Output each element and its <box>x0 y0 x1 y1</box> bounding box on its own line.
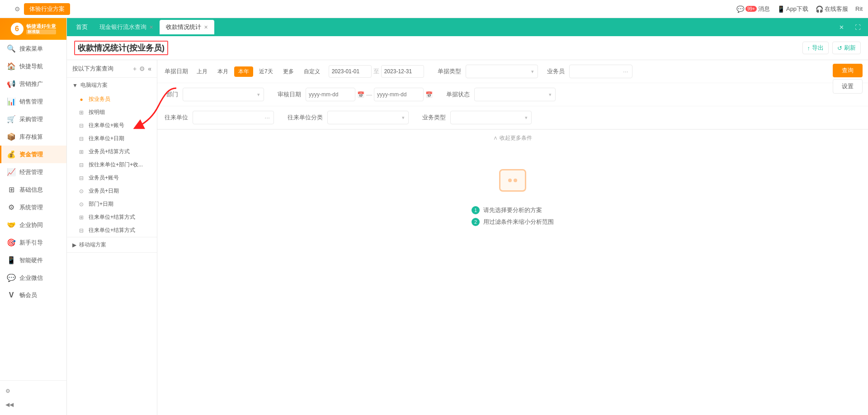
scheme-item-counterpart-dept-label: 按往来单位+部门+收... <box>89 161 143 169</box>
search-icon: 🔍 <box>7 44 16 53</box>
sidebar-item-guide[interactable]: 🎯 新手引导 <box>0 234 66 251</box>
sidebar-item-marketing[interactable]: 📢 营销推广 <box>0 75 66 93</box>
export-button[interactable]: ↑ 导出 <box>802 42 829 54</box>
scheme-item-counterpart-account[interactable]: ⊟ 往来单位+账号 <box>67 119 157 132</box>
sidebar-item-basic-info[interactable]: ⊞ 基础信息 <box>0 181 66 198</box>
detail-scheme-icon: ⊞ <box>78 109 85 116</box>
sidebar-item-operations[interactable]: 📈 经营管理 <box>0 163 66 181</box>
tab-cash-flow-close[interactable]: ✕ <box>149 24 153 30</box>
scheme-item-counterpart-settle1-label: 往来单位+结算方式 <box>89 213 135 221</box>
settings-button[interactable]: 设置 <box>833 79 863 94</box>
scheme-item-counterpart-dept[interactable]: ⊟ 按往来单位+部门+收... <box>67 158 157 171</box>
scheme-item-salesperson-settle[interactable]: ⊞ 业务员+结算方式 <box>67 145 157 158</box>
scheme-item-counterpart-date[interactable]: ⊟ 往来单位+日期 <box>67 132 157 145</box>
counterpart-settle2-icon: ⊟ <box>78 227 85 234</box>
customer-service[interactable]: 🎧 在线客服 <box>816 5 848 13</box>
query-button[interactable]: 查询 <box>833 64 863 77</box>
guide-icon: 🎯 <box>7 238 16 247</box>
sidebar-item-wechat[interactable]: 💬 企业微信 <box>0 269 66 287</box>
tab-payment-stats-close[interactable]: ✕ <box>204 24 208 30</box>
scheme-item-by-salesperson[interactable]: ● 按业务员 <box>67 93 157 106</box>
sidebar-item-hardware[interactable]: 📱 智能硬件 <box>0 251 66 269</box>
filter-row-2: 部门 ▾ 审核日期 📅 — 📅 单据状态 <box>157 83 868 106</box>
sidebar-item-quick-nav[interactable]: 🏠 快捷导航 <box>0 57 66 75</box>
scheme-settings-icon[interactable]: ⚙ <box>139 65 145 72</box>
filter-row-3: 往来单位 ··· 往来单位分类 ▾ 业务类型 ▾ <box>157 106 868 129</box>
date-btn-7days[interactable]: 近7天 <box>255 66 277 77</box>
counterpart-more-icon[interactable]: ··· <box>264 114 270 121</box>
layout: 6 畅捷通好生意 标准版 🔍 搜索菜单 🏠 快捷导航 📢 营销推广 📊 销售管理… <box>0 0 868 415</box>
date-btn-custom[interactable]: 自定义 <box>300 66 324 77</box>
sidebar-settings[interactable]: ⚙ <box>0 384 66 398</box>
collab-icon: 🤝 <box>7 221 16 229</box>
date-from-input[interactable] <box>329 65 372 78</box>
sidebar-item-purchase[interactable]: 🛒 采购管理 <box>0 110 66 128</box>
sidebar-item-member[interactable]: V 畅会员 <box>0 287 66 304</box>
refresh-label: 刷新 <box>844 44 856 52</box>
salesperson-more-icon[interactable]: ··· <box>623 68 628 75</box>
collapse-bar[interactable]: ∧ 收起更多条件 <box>157 129 868 146</box>
app-download[interactable]: 📱 App下载 <box>777 5 808 13</box>
scheme-item-detail[interactable]: ⊞ 按明细 <box>67 106 157 119</box>
notification-area[interactable]: 💬 99+ 消息 <box>736 5 770 13</box>
dept-select[interactable]: ▾ <box>183 88 264 101</box>
scheme-group-mobile-title[interactable]: ▶ 移动端方案 <box>67 237 157 252</box>
sidebar-item-search-menu[interactable]: 🔍 搜索菜单 <box>0 40 66 57</box>
settings-icon[interactable]: ⚙ <box>14 5 20 13</box>
bill-type-select[interactable]: ▾ <box>466 65 538 78</box>
counterpart-category-select[interactable]: ▾ <box>327 111 409 124</box>
sidebar-item-collab[interactable]: 🤝 企业协同 <box>0 216 66 234</box>
expand-icon-mobile: ▶ <box>72 242 76 248</box>
sidebar-label-collab: 企业协同 <box>19 221 43 229</box>
date-to-input[interactable] <box>381 65 424 78</box>
audit-to-input[interactable] <box>374 88 424 101</box>
counterpart-select[interactable]: ··· <box>193 111 274 124</box>
trial-button[interactable]: 体验行业方案 <box>24 3 70 15</box>
sidebar-item-inventory[interactable]: 📦 库存核算 <box>0 128 66 146</box>
tab-bar-global-close[interactable]: ✕ <box>835 22 848 33</box>
counterpart-date-icon: ⊟ <box>78 135 85 142</box>
scheme-add-icon[interactable]: + <box>133 65 137 72</box>
export-icon: ↑ <box>807 45 811 52</box>
sidebar-item-sales[interactable]: 📊 销售管理 <box>0 93 66 110</box>
step-1-num: 1 <box>472 206 480 214</box>
tab-payment-stats[interactable]: 收款情况统计 ✕ <box>160 20 214 34</box>
date-btn-this-month[interactable]: 本月 <box>213 66 232 77</box>
scheme-item-counterpart-settle1[interactable]: ⊞ 往来单位+结算方式 <box>67 211 157 224</box>
member-icon: V <box>7 291 16 299</box>
sidebar-item-system[interactable]: ⚙ 系统管理 <box>0 198 66 216</box>
empty-state: 1 请先选择要分析的方案 2 用过滤条件来缩小分析范围 <box>157 146 868 244</box>
scheme-group-desktop-title[interactable]: ▼ 电脑端方案 <box>67 78 157 93</box>
sidebar-label-member: 畅会员 <box>19 291 37 299</box>
scheme-item-salesperson-date[interactable]: ⊙ 业务员+日期 <box>67 184 157 198</box>
scheme-item-salesperson-account[interactable]: ⊟ 业务员+账号 <box>67 171 157 184</box>
robot-eye-right <box>514 179 517 182</box>
purchase-icon: 🛒 <box>7 115 16 123</box>
scheme-item-dept-date-label: 部门+日期 <box>89 200 113 208</box>
tab-home[interactable]: 首页 <box>71 23 93 31</box>
salesperson-select[interactable]: ··· <box>569 65 632 78</box>
sidebar-item-finance[interactable]: 💰 资金管理 <box>0 146 66 163</box>
scheme-group-mobile-label: 移动端方案 <box>79 241 106 249</box>
audit-from-input[interactable] <box>306 88 355 101</box>
bill-status-select[interactable]: ▾ <box>474 88 556 101</box>
notification-count: 99+ <box>745 6 757 12</box>
counterpart-settle1-icon: ⊞ <box>78 214 85 221</box>
tab-cash-flow[interactable]: 现金银行流水查询 ✕ <box>93 20 160 34</box>
scheme-item-salesperson-date-label: 业务员+日期 <box>89 187 119 195</box>
date-btn-more[interactable]: 更多 <box>279 66 298 77</box>
date-btn-last-month[interactable]: 上月 <box>193 66 212 77</box>
user-avatar[interactable]: Rit <box>855 5 863 12</box>
sidebar-label-hardware: 智能硬件 <box>19 256 43 264</box>
hardware-icon: 📱 <box>7 256 16 264</box>
date-shortcuts: 上月 本月 本年 近7天 更多 自定义 <box>193 66 324 77</box>
tab-bar-expand[interactable]: ⛶ <box>851 22 864 33</box>
refresh-button[interactable]: ↺ 刷新 <box>832 42 861 54</box>
logo-icon: 6 <box>11 23 24 35</box>
date-btn-this-year[interactable]: 本年 <box>234 66 253 77</box>
biz-type-select[interactable]: ▾ <box>450 111 532 124</box>
scheme-collapse-icon[interactable]: « <box>148 65 151 72</box>
scheme-item-dept-date[interactable]: ⊙ 部门+日期 <box>67 198 157 211</box>
scheme-item-counterpart-settle2[interactable]: ⊟ 往来单位+结算方式 <box>67 224 157 237</box>
sidebar-collapse[interactable]: ◀◀ <box>0 398 66 411</box>
